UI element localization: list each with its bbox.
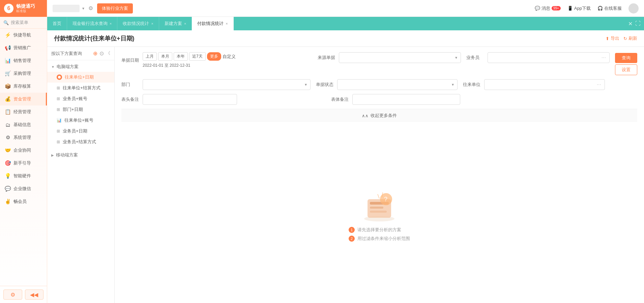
sidebar-item-sales[interactable]: 📊 销售管理 <box>0 54 47 67</box>
trial-btn[interactable]: 体验行业方案 <box>97 3 133 13</box>
online-service-action[interactable]: 🎧 在线客服 <box>597 5 622 11</box>
date-btn-more[interactable]: 更多 <box>207 52 221 61</box>
mobile-group-label: 移动端方案 <box>56 152 78 158</box>
sidebar-item-label: 经营管理 <box>13 109 31 115</box>
filter-row-1: 单据日期 上月 本月 本年 近7天 更多 自定义 2022-01-01 至 20… <box>121 52 637 75</box>
tabs-close-all-icon[interactable]: ✕ <box>628 21 633 27</box>
svg-rect-3 <box>370 207 383 209</box>
scheme-collapse-icon[interactable]: 《 <box>106 50 110 57</box>
sidebar-item-funds[interactable]: 💰 资金管理 <box>0 93 47 105</box>
system-icon: ⚙ <box>5 134 11 141</box>
scheme-add-icon[interactable]: ⊕ <box>93 50 97 57</box>
staff-select-dots: ··· <box>602 55 606 61</box>
scheme-item-dept-date[interactable]: ⊞ 部门+日期 <box>47 104 114 115</box>
sidebar-item-smart-hw[interactable]: 💡 智能硬件 <box>0 170 47 182</box>
tab-receipt-stats-label: 收款情况统计 <box>123 21 149 27</box>
sidebar-item-purchase[interactable]: 🛒 采购管理 <box>0 67 47 80</box>
sidebar-item-marketing[interactable]: 📢 营销推广 <box>0 41 47 54</box>
app-download-action[interactable]: 📱 App下载 <box>567 5 591 11</box>
sidebar-item-operations[interactable]: 📋 经营管理 <box>0 105 47 118</box>
tab-payment-stats-close[interactable]: × <box>226 22 228 26</box>
scheme-item-label: 往来单位+日期 <box>65 74 94 80</box>
collapse-sidebar-btn[interactable]: ◀◀ <box>25 290 44 300</box>
related-unit-select[interactable]: ··· <box>484 79 605 90</box>
wechat-icon: 💬 <box>5 186 11 192</box>
body-note-input[interactable] <box>352 94 460 105</box>
date-range: 2022-01-01 至 2022-12-31 <box>143 63 236 68</box>
status-select[interactable]: ▾ <box>337 79 458 90</box>
tab-bank-flow[interactable]: 现金银行流水查询 × <box>67 17 117 30</box>
tabs-bar: 首页 现金银行流水查询 × 收款情况统计 × 新建方案 × 付款情况统计 × ✕… <box>47 17 644 30</box>
settings-footer-btn[interactable]: ⚙ <box>3 290 22 300</box>
tab-bank-flow-close[interactable]: × <box>110 22 112 26</box>
avatar[interactable] <box>628 3 639 13</box>
message-icon: 💬 <box>535 6 540 11</box>
dept-label: 部门 <box>121 82 140 88</box>
sidebar-item-label: 企业微信 <box>13 186 31 192</box>
sidebar-item-guide[interactable]: 🎯 新手引导 <box>0 157 47 170</box>
tabs-maximize-icon[interactable]: ⛶ <box>635 21 641 27</box>
tip-num-2: 2 <box>349 236 355 242</box>
scheme-item-staff-date[interactable]: ⊞ 业务员+日期 <box>47 126 114 137</box>
tab-new-scheme[interactable]: 新建方案 × <box>159 17 192 30</box>
sidebar-item-enterprise[interactable]: 🤝 企业协同 <box>0 144 47 157</box>
refresh-action[interactable]: ↻ 刷新 <box>623 35 637 41</box>
date-btn-7days[interactable]: 近7天 <box>189 52 206 61</box>
staff-select[interactable]: ··· <box>488 52 610 63</box>
date-controls: 上月 本月 本年 近7天 更多 自定义 2022-01-01 至 2022-12… <box>143 52 236 68</box>
scheme-table-icon: ⊞ <box>57 86 60 90</box>
dept-select[interactable]: ▾ <box>143 79 311 90</box>
tab-bank-flow-label: 现金银行流水查询 <box>72 21 108 27</box>
query-btn[interactable]: 查询 <box>615 53 637 63</box>
export-action[interactable]: ⬆ 导出 <box>606 35 619 41</box>
date-btn-last-month[interactable]: 上月 <box>143 52 157 61</box>
sidebar-item-basics[interactable]: 🗂 基础信息 <box>0 118 47 131</box>
search-menu[interactable]: 🔍 搜索菜单 <box>0 17 47 29</box>
messages-action[interactable]: 💬 消息 99+ <box>535 5 561 11</box>
messages-label: 消息 <box>541 5 550 11</box>
date-btn-this-year[interactable]: 本年 <box>174 52 188 61</box>
sidebar-item-label: 畅会员 <box>13 199 27 205</box>
scheme-settings-icon[interactable]: ⊙ <box>99 50 104 57</box>
tab-payment-stats[interactable]: 付款情况统计 × <box>192 17 233 30</box>
filter-item-status: 单据状态 ▾ <box>316 79 458 90</box>
refresh-icon: ↻ <box>623 36 627 41</box>
export-icon: ⬆ <box>606 36 609 41</box>
scheme-item-unit-settle[interactable]: ⊞ 往来单位+结算方式 <box>47 83 114 93</box>
scheme-item-label: 部门+日期 <box>63 107 83 113</box>
user-dropdown-icon[interactable]: ▾ <box>82 6 84 11</box>
marketing-icon: 📢 <box>5 45 11 51</box>
collapse-more-btn[interactable]: ∧∧ 收起更多条件 <box>121 109 637 122</box>
sidebar-item-quick-nav[interactable]: ⚡ 快捷导航 <box>0 29 47 41</box>
setting-btn[interactable]: 设置 <box>615 64 637 75</box>
sidebar-item-member[interactable]: ✌ 畅会员 <box>0 195 47 208</box>
refresh-label: 刷新 <box>628 35 637 41</box>
mobile-group-title[interactable]: ▶ 移动端方案 <box>47 150 114 160</box>
sidebar-item-wechat[interactable]: 💬 企业微信 <box>0 182 47 195</box>
tab-new-scheme-close[interactable]: × <box>184 22 186 26</box>
scheme-item-unit-date[interactable]: 往来单位+日期 <box>47 72 114 83</box>
scheme-item-label: 业务员+账号 <box>63 96 87 102</box>
scheme-item-unit-account[interactable]: 📊 往来单位+账号 <box>47 115 114 126</box>
sidebar-item-label: 智能硬件 <box>13 173 31 179</box>
tab-receipt-stats-close[interactable]: × <box>151 22 153 26</box>
sidebar-item-inventory[interactable]: 📦 库存核算 <box>0 80 47 93</box>
date-btn-this-month[interactable]: 本月 <box>158 52 172 61</box>
desktop-group-title[interactable]: ▼ 电脑端方案 <box>47 62 114 72</box>
header-gear-icon[interactable]: ⚙ <box>88 5 93 11</box>
tab-receipt-stats[interactable]: 收款情况统计 × <box>117 17 159 30</box>
date-btn-custom[interactable]: 自定义 <box>223 54 236 60</box>
tip-text-1: 请先选择要分析的方案 <box>357 227 401 233</box>
scheme-item-staff-account[interactable]: ⊞ 业务员+账号 <box>47 93 114 104</box>
sidebar-logo: 6 畅捷通巧 标准版 <box>0 0 47 17</box>
scheme-item-staff-settle[interactable]: ⊞ 业务员+结算方式 <box>47 137 114 147</box>
page-header-actions: ⬆ 导出 ↻ 刷新 <box>606 35 637 41</box>
sidebar-item-system[interactable]: ⚙ 系统管理 <box>0 131 47 144</box>
sidebar: 6 畅捷通巧 标准版 🔍 搜索菜单 ⚡ 快捷导航 📢 营销推广 📊 销售管理 🛒… <box>0 0 47 303</box>
header-note-input[interactable] <box>143 94 237 105</box>
headset-icon: 🎧 <box>597 6 603 11</box>
source-select[interactable]: ▾ <box>339 52 461 63</box>
header: ▾ ⚙ 体验行业方案 💬 消息 99+ 📱 App下载 🎧 在线客服 <box>47 0 644 17</box>
sidebar-item-label: 新手引导 <box>13 160 31 166</box>
tab-home[interactable]: 首页 <box>47 17 67 30</box>
